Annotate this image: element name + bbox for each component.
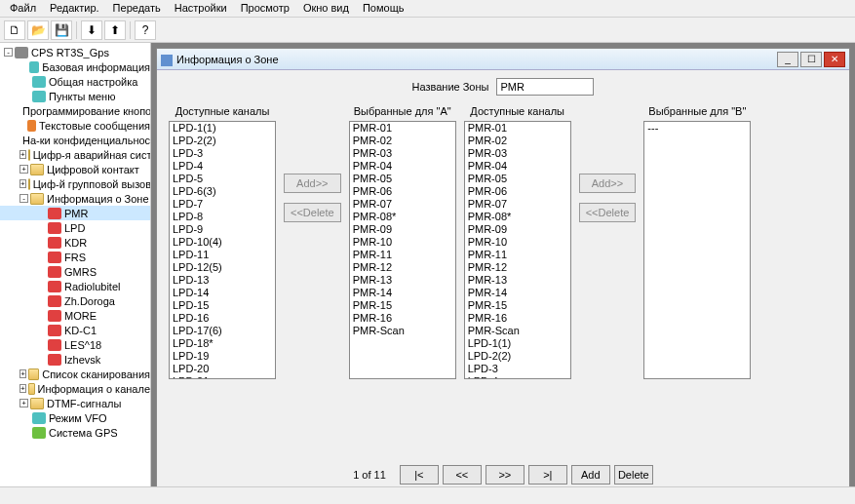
list-item[interactable]: PMR-07 (465, 198, 570, 211)
list-item[interactable]: PMR-Scan (465, 325, 570, 337)
tree-item[interactable]: Базовая информация (0, 59, 150, 74)
tree-item[interactable]: GMRS (0, 264, 150, 279)
list-item[interactable]: PMR-13 (465, 274, 570, 287)
list-item[interactable]: PMR-04 (350, 160, 455, 173)
list-item[interactable]: PMR-08* (465, 211, 570, 223)
list-item[interactable]: PMR-10 (465, 236, 570, 249)
tree-item[interactable]: LPD (0, 220, 150, 235)
list-item[interactable]: PMR-14 (465, 287, 570, 299)
list-item[interactable]: PMR-11 (350, 249, 455, 261)
tree-item[interactable]: +Цифр-я аварийная система (0, 147, 150, 162)
list-item[interactable]: PMR-03 (350, 147, 455, 160)
maximize-button[interactable]: ☐ (800, 52, 822, 67)
tree-item[interactable]: +Циф-й групповой вызов RX (0, 176, 150, 191)
selected-b-list[interactable]: --- (643, 121, 751, 379)
list-item[interactable]: LPD-14 (170, 287, 275, 299)
list-item[interactable]: PMR-01 (350, 122, 455, 135)
tree-item[interactable]: MORE (0, 308, 150, 323)
add-b-button[interactable]: Add>> (579, 174, 637, 193)
list-item[interactable]: LPD-1(1) (465, 337, 570, 350)
list-item[interactable]: PMR-10 (350, 236, 455, 249)
tree-item[interactable]: Radiolubitel (0, 279, 150, 293)
new-icon[interactable]: 🗋 (4, 20, 25, 40)
tree-item[interactable]: Программирование кнопок (0, 103, 150, 118)
prev-button[interactable]: << (443, 465, 482, 485)
tree-item[interactable]: -Информация о Зоне (0, 191, 150, 206)
minimize-button[interactable]: _ (777, 52, 798, 67)
list-item[interactable]: LPD-1(1) (170, 122, 275, 135)
list-item[interactable]: LPD-10(4) (170, 236, 275, 249)
tree-item[interactable]: +DTMF-сигналы (0, 396, 150, 410)
tree-item[interactable]: -CPS RT3S_Gps (0, 45, 150, 59)
tree-item[interactable]: Izhevsk (0, 352, 150, 367)
menu-item[interactable]: Настройки (169, 0, 233, 17)
list-item[interactable]: PMR-16 (465, 312, 570, 325)
list-item[interactable]: PMR-15 (350, 299, 455, 312)
add-a-button[interactable]: Add>> (284, 174, 341, 193)
list-item[interactable]: LPD-12(5) (170, 261, 275, 274)
menu-item[interactable]: Передать (107, 0, 167, 17)
list-item[interactable]: LPD-2(2) (465, 350, 570, 363)
tree-item[interactable]: PMR (0, 206, 150, 220)
list-item[interactable]: PMR-06 (465, 185, 570, 198)
add-zone-button[interactable]: Add (571, 465, 610, 485)
list-item[interactable]: LPD-21 (170, 375, 275, 379)
list-item[interactable]: PMR-15 (465, 299, 570, 312)
close-button[interactable]: ✕ (824, 52, 845, 67)
first-button[interactable]: |< (400, 465, 439, 485)
list-item[interactable]: PMR-11 (465, 249, 570, 261)
list-item[interactable]: PMR-13 (350, 274, 455, 287)
list-item[interactable]: PMR-09 (465, 223, 570, 236)
save-icon[interactable]: 💾 (51, 20, 72, 40)
list-item[interactable]: LPD-4 (170, 160, 275, 173)
tree-item[interactable]: FRS (0, 250, 150, 264)
delete-a-button[interactable]: <<Delete (284, 203, 341, 222)
menu-item[interactable]: Файл (4, 0, 42, 17)
list-item[interactable]: LPD-9 (170, 223, 275, 236)
tree-item[interactable]: Zh.Doroga (0, 293, 150, 308)
list-item[interactable]: LPD-6(3) (170, 185, 275, 198)
tree-item[interactable]: Текстовые сообщения (0, 118, 150, 133)
list-item[interactable]: LPD-19 (170, 350, 275, 363)
menu-item[interactable]: Редактир. (44, 0, 105, 17)
tree-item[interactable]: На-ки конфиденциальности (0, 133, 150, 147)
list-item[interactable]: PMR-07 (350, 198, 455, 211)
menu-item[interactable]: Просмотр (235, 0, 295, 17)
delete-b-button[interactable]: <<Delete (579, 203, 637, 222)
list-item[interactable]: PMR-14 (350, 287, 455, 299)
menu-item[interactable]: Помощь (357, 0, 410, 17)
read-icon[interactable]: ⬇ (81, 20, 102, 40)
list-item[interactable]: LPD-16 (170, 312, 275, 325)
write-icon[interactable]: ⬆ (104, 20, 126, 40)
tree-item[interactable]: +Информация о канале (0, 381, 150, 396)
list-item[interactable]: LPD-7 (170, 198, 275, 211)
list-item[interactable]: PMR-09 (350, 223, 455, 236)
list-item[interactable]: LPD-3 (465, 363, 570, 375)
list-item[interactable]: PMR-12 (465, 261, 570, 274)
tree-item[interactable]: Пункты меню (0, 89, 150, 103)
list-item[interactable]: LPD-17(6) (170, 325, 275, 337)
list-item[interactable]: PMR-Scan (350, 325, 455, 337)
list-item[interactable]: PMR-02 (465, 135, 570, 147)
list-item[interactable]: PMR-16 (350, 312, 455, 325)
zone-name-input[interactable] (496, 78, 594, 96)
list-item[interactable]: PMR-03 (465, 147, 570, 160)
list-item[interactable]: LPD-2(2) (170, 135, 275, 147)
list-item[interactable]: PMR-12 (350, 261, 455, 274)
list-item[interactable]: PMR-05 (465, 173, 570, 185)
list-item[interactable]: PMR-04 (465, 160, 570, 173)
list-item[interactable]: LPD-11 (170, 249, 275, 261)
list-item[interactable]: LPD-4 (465, 375, 570, 379)
list-item[interactable]: LPD-15 (170, 299, 275, 312)
tree-item[interactable]: Режим VFO (0, 410, 150, 425)
available-a-list[interactable]: LPD-1(1)LPD-2(2)LPD-3LPD-4LPD-5LPD-6(3)L… (169, 121, 276, 379)
menu-item[interactable]: Окно вид (297, 0, 355, 17)
tree-item[interactable]: KD-C1 (0, 323, 150, 337)
list-item[interactable]: --- (644, 122, 750, 135)
open-icon[interactable]: 📂 (27, 20, 49, 40)
tree-item[interactable]: +Цифровой контакт (0, 162, 150, 176)
list-item[interactable]: LPD-3 (170, 147, 275, 160)
tree-item[interactable]: KDR (0, 235, 150, 250)
list-item[interactable]: LPD-5 (170, 173, 275, 185)
list-item[interactable]: LPD-20 (170, 363, 275, 375)
